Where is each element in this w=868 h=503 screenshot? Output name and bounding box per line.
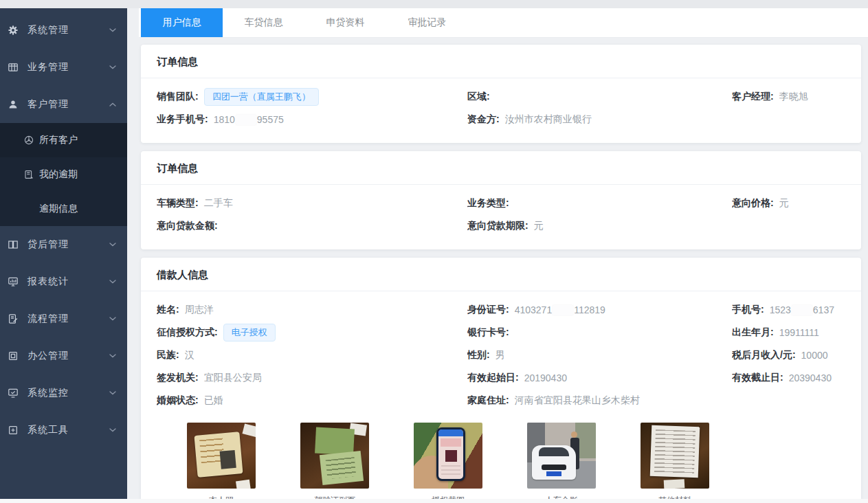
- field-label: 客户经理:: [732, 91, 774, 103]
- field-value: 15236137: [770, 304, 834, 315]
- notebook-icon: [23, 169, 34, 180]
- chart-monitor-icon: [8, 276, 19, 287]
- field-account-manager: 客户经理: 李晓旭: [732, 91, 845, 103]
- field-row: 姓名: 周志洋 身份证号: 4103271112819 手机号: 1523613…: [157, 298, 845, 321]
- field-value: 已婚: [204, 394, 223, 407]
- field-birth-date: 出生年月: 19911111: [732, 326, 845, 339]
- id-card-photo-thumbnail[interactable]: [187, 423, 256, 489]
- card-body: 车辆类型: 二手车 业务类型: 意向价格: 元 意向贷款金额:: [141, 185, 861, 249]
- field-label: 性别:: [467, 349, 490, 361]
- tab-approval-records[interactable]: 审批记录: [386, 8, 468, 37]
- sales-team-tag[interactable]: 四团一营（直属王鹏飞）: [204, 88, 319, 106]
- card-body: 销售团队: 四团一营（直属王鹏飞） 区域: 客户经理: 李晓旭 业务手机号: 1…: [141, 78, 861, 143]
- sidebar-item-label: 业务管理: [27, 61, 109, 74]
- customer-management-submenu: 所有客户 我的逾期 逾期信息: [0, 123, 127, 226]
- phone-qr-photo-thumbnail[interactable]: [414, 423, 482, 489]
- field-home-address: 家庭住址: 河南省宜阳县花果山乡木柴村: [467, 394, 732, 407]
- field-marital-status: 婚姻状态: 已婚: [157, 394, 467, 407]
- sidebar-item-label: 系统监控: [27, 387, 109, 399]
- chevron-down-icon: [109, 243, 116, 247]
- paper-document-photo-thumbnail[interactable]: [641, 423, 709, 489]
- main-content: 用户信息 车贷信息 申贷资料 审批记录 订单信息 销售团队: 四团一营（直属王鹏…: [127, 8, 868, 503]
- sidebar-item-system-tools[interactable]: 系统工具: [0, 412, 127, 449]
- field-ethnicity: 民族: 汉: [157, 349, 467, 361]
- field-label: 银行卡号:: [467, 326, 509, 339]
- sidebar-item-post-loan-management[interactable]: 贷后管理: [0, 226, 127, 263]
- sidebar-item-system-monitoring[interactable]: 系统监控: [0, 375, 127, 412]
- person-car-photo-thumbnail[interactable]: [527, 423, 596, 489]
- card-title: 订单信息: [141, 151, 861, 185]
- field-label: 销售团队:: [157, 91, 199, 103]
- tab-car-loan-info[interactable]: 车贷信息: [223, 8, 304, 37]
- redaction-patch: [236, 115, 256, 125]
- card-body: 姓名: 周志洋 身份证号: 4103271112819 手机号: 1523613…: [141, 291, 861, 503]
- sidebar-item-customer-management[interactable]: 客户管理: [0, 86, 127, 123]
- gear-icon: [8, 25, 19, 36]
- sidebar-item-office-management[interactable]: 办公管理: [0, 337, 127, 375]
- sidebar-item-label: 系统管理: [27, 24, 109, 36]
- document-pencil-icon: [8, 313, 19, 324]
- open-book-icon: [8, 239, 19, 250]
- field-label: 出生年月:: [732, 326, 774, 339]
- sidebar-item-business-management[interactable]: 业务管理: [0, 49, 127, 86]
- field-label: 有效起始日:: [467, 372, 519, 384]
- field-mobile: 手机号: 15236137: [732, 304, 845, 316]
- value-part: 95575: [257, 114, 284, 125]
- value-part: 1523: [770, 304, 791, 315]
- tab-user-info[interactable]: 用户信息: [141, 8, 223, 37]
- chevron-down-icon: [109, 317, 116, 321]
- sidebar-nav: 系统管理 业务管理 客户管理 所有客户: [0, 8, 127, 449]
- sidebar-item-my-overdue[interactable]: 我的逾期: [0, 157, 127, 192]
- chevron-down-icon: [109, 354, 116, 358]
- field-row: 意向贷款金额: 意向贷款期限: 元: [157, 214, 845, 237]
- sidebar-item-overdue-info[interactable]: 逾期信息: [0, 192, 127, 226]
- sidebar-item-label: 办公管理: [27, 350, 109, 362]
- field-label: 意向贷款金额:: [157, 220, 218, 232]
- page-top-strip: [0, 0, 868, 8]
- sidebar-item-label: 所有客户: [39, 134, 78, 146]
- horizontal-scrollbar[interactable]: [0, 499, 868, 503]
- field-value: 元: [534, 220, 544, 232]
- sidebar-item-label: 系统工具: [27, 424, 109, 436]
- borrower-info-card: 借款人信息 姓名: 周志洋 身份证号: 4103271112819 手机号: 1…: [141, 258, 861, 503]
- field-valid-to: 有效截止日: 20390430: [732, 372, 845, 384]
- monitor-check-icon: [8, 388, 19, 399]
- field-name: 姓名: 周志洋: [157, 304, 467, 316]
- field-label: 业务类型:: [467, 197, 509, 210]
- tab-loan-application-docs[interactable]: 申贷资料: [304, 8, 386, 37]
- value-part: 1810: [214, 114, 235, 125]
- field-label: 婚姻状态:: [157, 394, 199, 407]
- field-intent-price: 意向价格: 元: [732, 197, 845, 210]
- green-booklet-photo-thumbnail[interactable]: [300, 423, 369, 489]
- sidebar-item-label: 流程管理: [27, 313, 109, 325]
- field-value: 10000: [801, 350, 828, 361]
- sidebar-item-system-management[interactable]: 系统管理: [0, 12, 127, 49]
- field-sales-team: 销售团队: 四团一营（直属王鹏飞）: [157, 88, 467, 106]
- chevron-down-icon: [109, 391, 116, 395]
- card-title: 订单信息: [141, 45, 861, 78]
- field-vehicle-type: 车辆类型: 二手车: [157, 197, 467, 210]
- field-value: 181095575: [214, 114, 284, 125]
- sidebar-item-label: 贷后管理: [27, 238, 109, 251]
- credit-auth-tag[interactable]: 电子授权: [223, 324, 276, 342]
- sidebar-item-report-statistics[interactable]: 报表统计: [0, 263, 127, 300]
- field-label: 身份证号:: [467, 304, 509, 316]
- sidebar-item-process-management[interactable]: 流程管理: [0, 300, 127, 337]
- field-funder: 资金方: 汝州市农村商业银行: [467, 113, 732, 126]
- field-value: 元: [779, 197, 789, 210]
- sidebar-item-label: 报表统计: [27, 276, 109, 288]
- field-row: 民族: 汉 性别: 男 税后月收入/元: 10000: [157, 344, 845, 366]
- field-region: 区域:: [467, 91, 732, 103]
- field-row: 业务手机号: 181095575 资金方: 汝州市农村商业银行: [157, 108, 845, 131]
- field-value: 二手车: [204, 197, 233, 210]
- chevron-down-icon: [109, 428, 116, 432]
- field-row: 销售团队: 四团一营（直属王鹏飞） 区域: 客户经理: 李晓旭: [157, 85, 845, 108]
- field-label: 资金方:: [467, 113, 500, 126]
- field-label: 区域:: [467, 91, 490, 103]
- sidebar: 系统管理 业务管理 客户管理 所有客户: [0, 8, 127, 499]
- photo-item: 授权截图: [414, 423, 482, 503]
- sidebar-item-all-customers[interactable]: 所有客户: [0, 123, 127, 157]
- field-value: 河南省宜阳县花果山乡木柴村: [515, 394, 640, 407]
- box-plus-icon: [8, 425, 19, 436]
- photo-item: 人车合影: [527, 423, 596, 503]
